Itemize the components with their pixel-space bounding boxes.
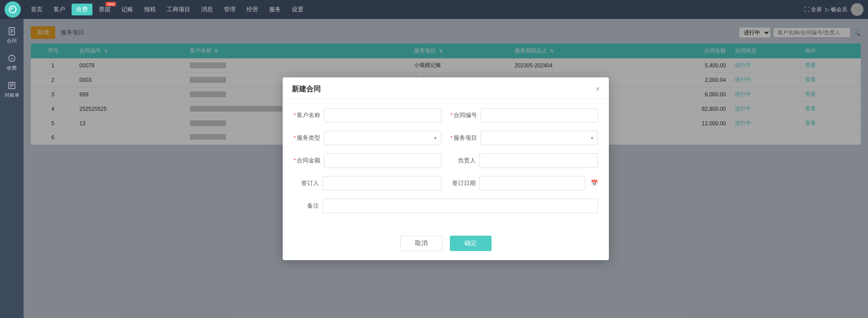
service-type-label: *服务类型 xyxy=(294,134,320,142)
service-type-select[interactable] xyxy=(324,131,441,145)
service-item-select[interactable] xyxy=(481,131,598,145)
layout: 合同 ¥ 收费 对账单 xyxy=(0,19,868,318)
sign-date-input[interactable]: 2023-06-06 xyxy=(479,176,585,190)
nav-operate[interactable]: 经营 xyxy=(242,4,263,15)
nav-right: ⛶ 全屏 ▷ 畅会员 xyxy=(804,3,863,16)
required-star: * xyxy=(294,112,296,119)
nav-bookkeep[interactable]: 记账 xyxy=(117,4,138,15)
customer-name-input[interactable] xyxy=(324,108,441,123)
required-star-5: * xyxy=(294,157,296,164)
logo xyxy=(5,1,21,18)
nav-tax[interactable]: 报税 xyxy=(140,4,160,15)
form-group-amount: *合同金额 0.00 xyxy=(294,153,441,168)
new-badge: new xyxy=(106,2,116,6)
nav-items: 首页 客户 收费 票据 new 记账 报税 工商项目 消息 管理 经营 服务 设… xyxy=(26,4,804,15)
contract-no-label: *合同编号 xyxy=(450,111,477,119)
responsible-input[interactable] xyxy=(479,153,598,168)
required-star-2: * xyxy=(450,112,453,119)
sidebar-item-contract[interactable]: 合同 xyxy=(0,23,24,48)
main-content: 新增 服务项目 进行中 已完成 已终止 🔍 序号 xyxy=(24,19,868,318)
sidebar-item-fee[interactable]: ¥ 收费 xyxy=(0,50,24,75)
remark-label: 备注 xyxy=(294,202,319,210)
form-group-customer: *客户名称 xyxy=(294,108,441,123)
form-group-remark: 备注 xyxy=(294,199,598,213)
confirm-button[interactable]: 确定 xyxy=(450,236,492,251)
nav-ticket[interactable]: 票据 new xyxy=(94,4,115,15)
amount-label: *合同金额 xyxy=(294,157,320,165)
svg-text:¥: ¥ xyxy=(10,57,13,61)
avatar[interactable] xyxy=(851,3,863,16)
form-row-3: *合同金额 0.00 负责人 xyxy=(294,153,598,168)
sidebar-contract-label: 合同 xyxy=(7,38,17,44)
required-star-3: * xyxy=(294,134,296,141)
form-group-service-type: *服务类型 ▼ xyxy=(294,131,441,145)
contract-icon xyxy=(7,26,17,36)
contract-no-input[interactable] xyxy=(481,108,598,123)
nav-service[interactable]: 服务 xyxy=(265,4,285,15)
service-item-label: *服务项目 xyxy=(450,134,477,142)
cancel-button[interactable]: 取消 xyxy=(400,236,443,251)
modal-overlay: 新建合同 × *客户名称 *合同编号 xyxy=(24,19,868,318)
responsible-label: 负责人 xyxy=(450,157,476,165)
nav-business[interactable]: 工商项目 xyxy=(162,4,195,15)
form-group-responsible: 负责人 xyxy=(450,153,598,168)
form-row-4: 签订人 签订日期 2023-06-06 📅 xyxy=(294,176,598,190)
fullscreen-icon: ⛶ xyxy=(804,6,810,13)
sidebar-item-bill[interactable]: 对账单 xyxy=(0,77,24,102)
form-group-signer: 签订人 xyxy=(294,176,441,190)
form-group-sign-date: 签订日期 2023-06-06 📅 xyxy=(450,176,598,190)
play-icon: ▷ xyxy=(825,6,829,13)
signer-label: 签订人 xyxy=(294,179,319,187)
modal-footer: 取消 确定 xyxy=(283,230,609,260)
nav-message[interactable]: 消息 xyxy=(197,4,217,15)
modal-title: 新建合同 xyxy=(292,85,321,94)
form-group-service-item: *服务项目 ▼ xyxy=(450,131,598,145)
fullscreen-btn[interactable]: ⛶ 全屏 xyxy=(804,6,822,14)
nav-settings[interactable]: 设置 xyxy=(287,4,308,15)
nav-customer[interactable]: 客户 xyxy=(49,4,70,15)
modal-close-button[interactable]: × xyxy=(596,85,600,93)
service-item-select-wrapper: ▼ xyxy=(481,131,598,145)
member-btn[interactable]: ▷ 畅会员 xyxy=(825,6,847,14)
top-nav: 首页 客户 收费 票据 new 记账 报税 工商项目 消息 管理 经营 服务 设… xyxy=(0,0,868,19)
sign-date-label: 签订日期 xyxy=(450,179,476,187)
service-type-select-wrapper: ▼ xyxy=(324,131,441,145)
form-group-contract-no: *合同编号 xyxy=(450,108,598,123)
fee-icon: ¥ xyxy=(7,53,17,63)
sidebar-bill-label: 对账单 xyxy=(5,92,19,99)
form-row-2: *服务类型 ▼ *服务项目 xyxy=(294,131,598,145)
amount-input[interactable]: 0.00 xyxy=(324,153,441,168)
sidebar: 合同 ¥ 收费 对账单 xyxy=(0,19,24,318)
nav-manage[interactable]: 管理 xyxy=(219,4,240,15)
new-contract-modal: 新建合同 × *客户名称 *合同编号 xyxy=(283,77,609,260)
modal-body: *客户名称 *合同编号 xyxy=(283,99,609,230)
form-row-1: *客户名称 *合同编号 xyxy=(294,108,598,123)
modal-header: 新建合同 × xyxy=(283,77,609,99)
remark-input[interactable] xyxy=(323,199,598,213)
bill-icon xyxy=(7,81,17,90)
customer-label: *客户名称 xyxy=(294,111,320,119)
nav-home[interactable]: 首页 xyxy=(26,4,47,15)
nav-fee[interactable]: 收费 xyxy=(72,4,92,15)
required-star-4: * xyxy=(450,134,453,141)
calendar-icon[interactable]: 📅 xyxy=(591,180,598,186)
signer-input[interactable] xyxy=(323,176,441,190)
sidebar-fee-label: 收费 xyxy=(7,65,17,71)
form-row-5: 备注 xyxy=(294,199,598,213)
